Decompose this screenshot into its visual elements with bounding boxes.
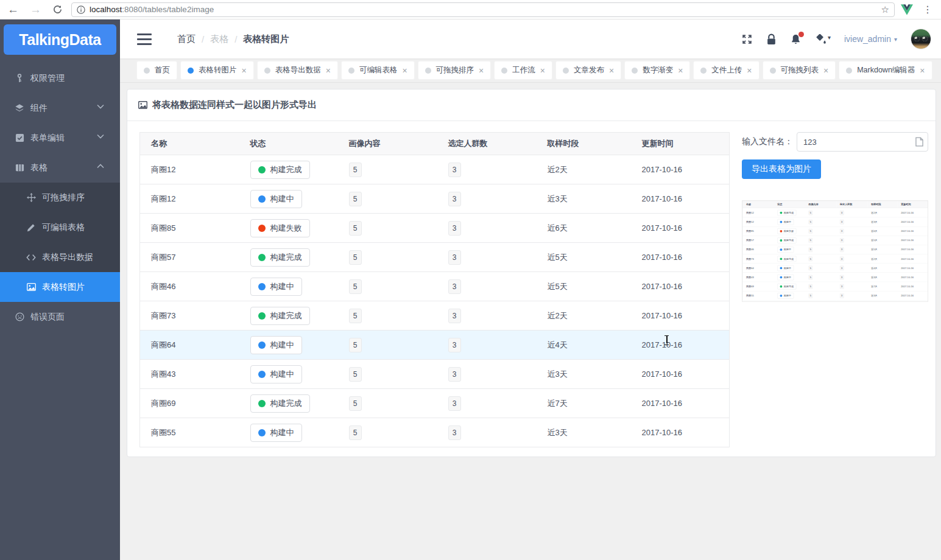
table-row[interactable]: 商圈73 构建完成 5 3 近2天 2017-10-16 (140, 301, 730, 331)
sidebar-item-form-edit[interactable]: 表单编辑 (0, 123, 120, 153)
table-row[interactable]: 商圈12 构建完成 5 3 近2天 2017-10-16 (140, 155, 730, 184)
tab-item[interactable]: 可拖拽列表 × (763, 61, 836, 80)
sidebar-item-table-export-data[interactable]: 表格导出数据 (0, 242, 120, 272)
tab-close-icon[interactable]: × (609, 66, 614, 75)
tab-item[interactable]: 数字渐变 × (624, 61, 690, 80)
vue-devtools-icon[interactable] (901, 4, 913, 15)
status-label: 构建中 (270, 194, 294, 205)
sidebar-item-editable-table[interactable]: 可编辑表格 (0, 212, 120, 242)
back-icon[interactable]: ← (5, 4, 21, 15)
sidebar-item-table-to-image[interactable]: 表格转图片 (0, 272, 120, 302)
status-dot-icon (258, 195, 266, 203)
url-text[interactable]: localhost:8080/tables/table2image (90, 5, 877, 14)
tab-dot-icon (425, 68, 431, 74)
cell-updated: 2017-10-16 (631, 243, 730, 272)
table-row[interactable]: 商圈55 构建中 5 3 近3天 2017-10-16 (742, 291, 928, 300)
cell-period: 近2天 (868, 254, 898, 264)
tab-close-icon[interactable]: × (678, 66, 683, 75)
bookmark-star-icon[interactable]: ☆ (881, 4, 889, 15)
status-label: 构建完成 (784, 285, 794, 289)
tab-dot-icon (188, 68, 194, 74)
tab-close-icon[interactable]: × (540, 66, 545, 75)
status-badge: 构建失败 (250, 219, 310, 237)
table-row[interactable]: 商圈12 构建中 5 3 近3天 2017-10-16 (742, 217, 928, 226)
sidebar-item-tables[interactable]: 表格 (0, 153, 120, 183)
reload-icon[interactable] (50, 4, 65, 15)
tab-item[interactable]: 工作流 × (494, 61, 552, 80)
status-badge: 构建中 (777, 265, 794, 271)
column-header: 取样时段 (868, 201, 898, 208)
breadcrumb-home[interactable]: 首页 (177, 33, 196, 45)
cell-period: 近4天 (868, 264, 898, 273)
table-row[interactable]: 商圈64 构建中 5 3 近4天 2017-10-16 (140, 331, 730, 360)
status-dot-icon (258, 429, 266, 436)
tab-close-icon[interactable]: × (326, 66, 331, 75)
chevron-down-icon: ▾ (894, 36, 897, 43)
table-row[interactable]: 商圈43 构建中 5 3 近3天 2017-10-16 (742, 273, 928, 282)
table-row[interactable]: 商圈46 构建中 5 3 近5天 2017-10-16 (742, 245, 928, 254)
table-row[interactable]: 商圈55 构建中 5 3 近3天 2017-10-16 (140, 418, 730, 447)
tab-label: 工作流 (512, 65, 535, 75)
table-row[interactable]: 商圈69 构建完成 5 3 近7天 2017-10-16 (140, 389, 730, 418)
theme-icon[interactable]: ▾ (815, 34, 831, 44)
tab-item[interactable]: 文件上传 × (693, 61, 759, 80)
export-button[interactable]: 导出表格为图片 (742, 159, 821, 179)
filename-input[interactable] (797, 132, 928, 152)
site-info-icon[interactable] (77, 5, 85, 14)
tab-item[interactable]: 文章发布 × (555, 61, 621, 80)
url-bar[interactable]: localhost:8080/tables/table2image ☆ (71, 2, 895, 17)
tab-close-icon[interactable]: × (402, 66, 407, 75)
table-row[interactable]: 商圈69 构建完成 5 3 近7天 2017-10-16 (742, 282, 928, 291)
cell-updated: 2017-10-16 (897, 254, 928, 264)
tab-close-icon[interactable]: × (920, 66, 925, 75)
logo[interactable]: TalkingData (4, 24, 116, 55)
table-row[interactable]: 商圈85 构建失败 5 3 近6天 2017-10-16 (742, 226, 928, 236)
tab-close-icon[interactable]: × (479, 66, 484, 75)
lock-icon[interactable] (766, 33, 777, 45)
user-menu[interactable]: iview_admin ▾ (844, 34, 897, 44)
portrait-count-badge: 5 (808, 293, 812, 298)
cell-period: 近6天 (537, 214, 631, 243)
table-row[interactable]: 商圈12 构建完成 5 3 近2天 2017-10-16 (742, 208, 928, 217)
sidebar: TalkingData 权限管理 组件 (0, 19, 120, 560)
fullscreen-icon[interactable] (741, 33, 753, 45)
sidebar-item-components[interactable]: 组件 (0, 93, 120, 123)
forward-icon[interactable]: → (27, 4, 44, 15)
tab-item[interactable]: 首页 (136, 61, 177, 80)
cell-name: 商圈57 (742, 236, 774, 245)
status-label: 构建中 (270, 340, 294, 351)
status-label: 构建中 (784, 220, 791, 224)
groups-count-badge: 3 (840, 211, 844, 215)
table-row[interactable]: 商圈57 构建完成 5 3 近5天 2017-10-16 (742, 236, 928, 245)
tab-dot-icon (144, 68, 150, 74)
cell-period: 近3天 (537, 418, 631, 447)
table-row[interactable]: 商圈73 构建完成 5 3 近2天 2017-10-16 (742, 254, 928, 264)
cell-period: 近3天 (868, 291, 898, 300)
tab-item[interactable]: Markdown编辑器 × (839, 61, 932, 80)
tab-item[interactable]: 可编辑表格 × (341, 61, 415, 80)
tab-item[interactable]: 可拖拽排序 × (418, 61, 492, 80)
status-dot-icon (258, 166, 266, 173)
sidebar-toggle-icon[interactable] (137, 33, 152, 45)
tab-close-icon[interactable]: × (242, 66, 247, 75)
groups-count-badge: 3 (840, 275, 844, 280)
chevron-down-icon (97, 104, 104, 109)
tab-item[interactable]: 表格导出数据 × (257, 61, 338, 80)
table-row[interactable]: 商圈12 构建中 5 3 近3天 2017-10-16 (140, 184, 730, 214)
table-row[interactable]: 商圈57 构建完成 5 3 近5天 2017-10-16 (140, 243, 730, 272)
sidebar-item-error-pages[interactable]: 错误页面 (0, 302, 120, 332)
browser-menu-icon[interactable]: ⋮ (919, 4, 936, 15)
sidebar-item-permissions[interactable]: 权限管理 (0, 63, 120, 93)
tab-close-icon[interactable]: × (747, 66, 752, 75)
table-row[interactable]: 商圈43 构建中 5 3 近3天 2017-10-16 (140, 360, 730, 389)
table-row[interactable]: 商圈85 构建失败 5 3 近6天 2017-10-16 (140, 214, 730, 243)
table-row[interactable]: 商圈46 构建中 5 3 近5天 2017-10-16 (140, 272, 730, 301)
sidebar-item-draggable-sort[interactable]: 可拖拽排序 (0, 183, 120, 212)
tab-item[interactable]: 表格转图片 × (180, 61, 254, 80)
avatar[interactable] (911, 29, 931, 49)
breadcrumb-tables[interactable]: 表格 (210, 33, 228, 45)
tab-close-icon[interactable]: × (823, 66, 828, 75)
tab-dot-icon (632, 68, 638, 74)
table-row[interactable]: 商圈64 构建中 5 3 近4天 2017-10-16 (742, 264, 928, 273)
notification-bell-icon[interactable] (790, 33, 802, 45)
